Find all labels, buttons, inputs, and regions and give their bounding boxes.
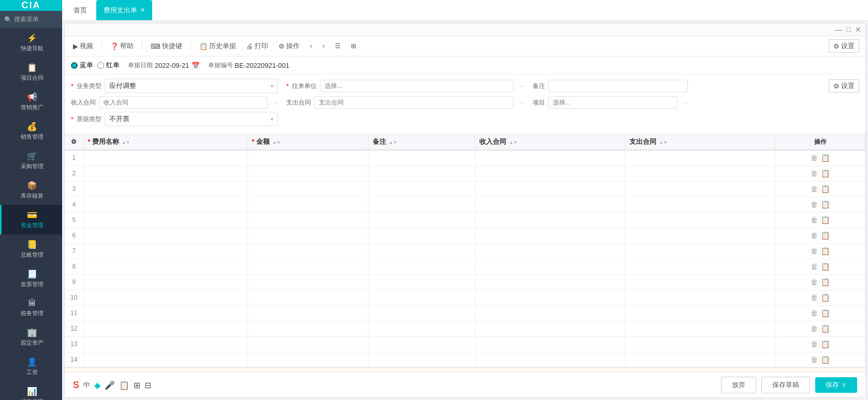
sidebar-item-invoice[interactable]: 🧾 发票管理 <box>0 264 62 293</box>
row-income-2[interactable] <box>475 166 625 181</box>
row-amount-5[interactable] <box>247 212 368 228</box>
row-name-13[interactable] <box>83 336 247 352</box>
invoice-type-select[interactable]: 不开票 ▾ <box>105 112 278 126</box>
business-type-select[interactable]: 应付调整 ▾ <box>105 79 278 93</box>
maximize-button[interactable]: □ <box>847 25 851 34</box>
tab-1[interactable]: 费用支出单✕ <box>96 0 152 20</box>
copy-icon-11[interactable]: 📋 <box>821 309 830 317</box>
row-amount-2[interactable] <box>247 166 368 181</box>
partner-more-icon[interactable]: ··· <box>519 82 524 90</box>
row-name-10[interactable] <box>83 290 247 305</box>
row-income-4[interactable] <box>475 197 625 212</box>
row-name-9[interactable] <box>83 274 247 290</box>
sidebar-item-purchase-mgmt[interactable]: 🛒 采购管理 <box>0 146 62 175</box>
copy-icon-1[interactable]: 📋 <box>821 154 830 162</box>
row-amount-8[interactable] <box>247 259 368 274</box>
sidebar-item-marketing[interactable]: 📢 营销推广 <box>0 87 62 116</box>
row-expense-6[interactable] <box>625 228 775 243</box>
delete-icon-7[interactable]: 🗑 <box>811 247 818 255</box>
row-remark-9[interactable] <box>368 274 475 290</box>
remark-input[interactable] <box>548 80 688 92</box>
copy-icon-13[interactable]: 📋 <box>821 340 830 348</box>
project-more-icon[interactable]: ··· <box>683 99 688 106</box>
row-expense-7[interactable] <box>625 243 775 259</box>
tab-0[interactable]: 首页 <box>66 0 94 20</box>
grid-remove-icon[interactable]: ⊟ <box>144 380 151 390</box>
nav-next-button[interactable]: › <box>320 41 327 51</box>
help-button[interactable]: ❓ 帮助 <box>108 40 136 52</box>
view-grid-button[interactable]: ⊞ <box>349 41 358 51</box>
row-name-4[interactable] <box>83 197 247 212</box>
row-name-14[interactable] <box>83 352 247 367</box>
diamond-icon[interactable]: ◆ <box>94 380 100 390</box>
income-contract-input[interactable] <box>99 96 268 109</box>
discard-button[interactable]: 放弃 <box>721 377 756 393</box>
save-draft-button[interactable]: 保存草稿 <box>761 377 810 393</box>
mic-icon[interactable]: 🎤 <box>105 380 115 390</box>
sidebar-item-ops-mgmt[interactable]: 📊 经营管理 <box>0 381 62 400</box>
row-remark-1[interactable] <box>368 150 475 166</box>
doc-no-value[interactable]: BE-20220921-001 <box>235 62 290 69</box>
sidebar-item-quick-nav[interactable]: ⚡ 快捷导航 <box>0 28 62 57</box>
copy-icon-3[interactable]: 📋 <box>821 185 830 193</box>
row-expense-3[interactable] <box>625 181 775 197</box>
red-radio[interactable]: 红单 <box>97 61 120 70</box>
row-remark-7[interactable] <box>368 243 475 259</box>
chinese-input-icon[interactable]: 中 <box>83 380 90 390</box>
row-expense-14[interactable] <box>625 352 775 367</box>
sidebar-item-inventory[interactable]: 📦 库存核算 <box>0 175 62 205</box>
minimize-button[interactable]: — <box>835 25 843 34</box>
row-amount-7[interactable] <box>247 243 368 259</box>
delete-icon-9[interactable]: 🗑 <box>811 278 818 286</box>
row-income-6[interactable] <box>475 228 625 243</box>
delete-icon-2[interactable]: 🗑 <box>811 169 818 177</box>
row-amount-11[interactable] <box>247 305 368 321</box>
nav-prev-button[interactable]: ‹ <box>308 41 314 51</box>
delete-icon-6[interactable]: 🗑 <box>811 231 818 240</box>
row-income-10[interactable] <box>475 290 625 305</box>
row-remark-4[interactable] <box>368 197 475 212</box>
date-value[interactable]: 2022-09-21 <box>155 62 189 69</box>
delete-icon-1[interactable]: 🗑 <box>811 154 818 162</box>
delete-icon-8[interactable]: 🗑 <box>811 262 818 271</box>
delete-icon-5[interactable]: 🗑 <box>811 216 818 224</box>
delete-icon-13[interactable]: 🗑 <box>811 340 818 348</box>
form-settings-btn[interactable]: ⚙ 设置 <box>829 79 859 93</box>
sort-income[interactable]: ▲▼ <box>509 141 518 145</box>
row-amount-14[interactable] <box>247 352 368 367</box>
row-remark-3[interactable] <box>368 181 475 197</box>
row-income-7[interactable] <box>475 243 625 259</box>
row-remark-5[interactable] <box>368 212 475 228</box>
row-name-3[interactable] <box>83 181 247 197</box>
row-income-5[interactable] <box>475 212 625 228</box>
sidebar-item-sales-mgmt[interactable]: 💰 销售管理 <box>0 116 62 146</box>
row-remark-13[interactable] <box>368 336 475 352</box>
copy-icon-4[interactable]: 📋 <box>821 200 830 209</box>
copy-icon-8[interactable]: 📋 <box>821 262 830 271</box>
row-expense-12[interactable] <box>625 321 775 336</box>
row-amount-13[interactable] <box>247 336 368 352</box>
row-income-1[interactable] <box>475 150 625 166</box>
row-remark-6[interactable] <box>368 228 475 243</box>
copy-icon-6[interactable]: 📋 <box>821 231 830 240</box>
delete-icon-12[interactable]: 🗑 <box>811 324 818 333</box>
sort-name[interactable]: ▲▼ <box>122 141 130 145</box>
sidebar-item-ledger[interactable]: 📒 总账管理 <box>0 234 62 264</box>
copy-icon-9[interactable]: 📋 <box>821 278 830 286</box>
sidebar-item-tax[interactable]: 🏛 税务管理 <box>0 293 62 322</box>
row-amount-12[interactable] <box>247 321 368 336</box>
row-remark-2[interactable] <box>368 166 475 181</box>
row-remark-8[interactable] <box>368 259 475 274</box>
copy-icon-5[interactable]: 📋 <box>821 216 830 224</box>
row-remark-14[interactable] <box>368 352 475 367</box>
delete-icon-11[interactable]: 🗑 <box>811 309 818 317</box>
row-income-14[interactable] <box>475 352 625 367</box>
shortcut-button[interactable]: ⌨ 快捷键 <box>149 40 184 52</box>
row-expense-10[interactable] <box>625 290 775 305</box>
print-button[interactable]: 🖨 打印 <box>244 40 270 52</box>
row-expense-2[interactable] <box>625 166 775 181</box>
row-amount-6[interactable] <box>247 228 368 243</box>
row-income-3[interactable] <box>475 181 625 197</box>
row-expense-13[interactable] <box>625 336 775 352</box>
clipboard-icon[interactable]: 📋 <box>119 380 129 390</box>
